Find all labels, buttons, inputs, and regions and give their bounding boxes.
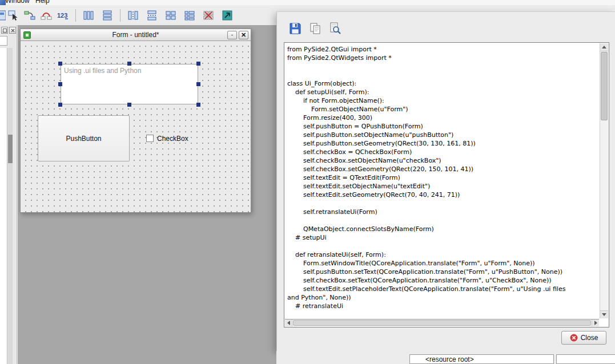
- form-canvas[interactable]: Using .ui files and Python PushButton Ch…: [21, 41, 251, 212]
- textedit-placeholder: Using .ui files and Python: [61, 64, 198, 77]
- clipped-icon: [0, 10, 6, 21]
- scroll-left-button[interactable]: [285, 319, 292, 326]
- break-layout-button[interactable]: [201, 8, 216, 23]
- widget-box-panel: [0, 25, 17, 364]
- find-button[interactable]: [327, 21, 343, 37]
- menubar: Window Help: [0, 0, 615, 5]
- widget-box-scrollbar[interactable]: [8, 48, 13, 364]
- menu-window[interactable]: Window: [5, 0, 30, 5]
- scrollbar-thumb[interactable]: [8, 135, 13, 163]
- edit-widgets-button[interactable]: [6, 8, 21, 23]
- right-arrow-icon: [594, 321, 597, 325]
- break-layout-icon: [203, 10, 214, 21]
- widget-list[interactable]: [0, 48, 7, 364]
- down-arrow-icon: [602, 313, 606, 316]
- dock-close-button[interactable]: [9, 27, 16, 34]
- scrollbar-thumb[interactable]: [293, 320, 591, 326]
- code-preview-dialog: from PySide2.QtGui import * from PySide2…: [276, 11, 615, 351]
- code-view[interactable]: from PySide2.QtGui import * from PySide2…: [284, 42, 609, 327]
- close-button-icon: [570, 334, 578, 342]
- widget-filter-input[interactable]: [0, 36, 7, 46]
- checkbox-indicator[interactable]: [146, 135, 154, 142]
- edit-signals-slots-icon: [24, 10, 35, 21]
- layout-splitter-vertical-button[interactable]: [144, 8, 159, 23]
- scrollbar-thumb[interactable]: [601, 52, 608, 120]
- checkbox-label: CheckBox: [157, 135, 188, 143]
- edit-buddies-icon: [41, 10, 52, 21]
- selection-handle[interactable]: [196, 82, 200, 86]
- scroll-up-button[interactable]: [600, 43, 608, 51]
- layout-horizontal-button[interactable]: [81, 8, 96, 23]
- layout-splitter-horizontal-button[interactable]: [126, 8, 140, 23]
- selection-handle[interactable]: [196, 62, 200, 66]
- find-icon: [328, 22, 342, 35]
- form-window-titlebar[interactable]: Form - untitled* - ✕: [21, 29, 251, 41]
- edit-buddies-button[interactable]: [39, 8, 54, 23]
- code-lines: from PySide2.QtGui import * from PySide2…: [285, 43, 599, 310]
- close-dock-icon: [11, 29, 15, 33]
- pushbutton-widget[interactable]: PushButton: [38, 115, 130, 161]
- selection-handle[interactable]: [127, 62, 131, 66]
- resource-tree-panel[interactable]: <resource root>: [409, 354, 554, 364]
- left-arrow-icon: [287, 321, 290, 325]
- horizontal-scrollbar[interactable]: [285, 319, 599, 326]
- vertical-scrollbar[interactable]: [600, 43, 608, 318]
- selection-handle[interactable]: [196, 103, 200, 107]
- selection-handle[interactable]: [58, 103, 62, 107]
- layout-form-icon: [184, 10, 195, 21]
- layout-grid-icon: [165, 10, 176, 21]
- dialog-toolbar: [287, 21, 343, 37]
- selection-handle[interactable]: [127, 103, 131, 107]
- textedit-widget[interactable]: Using .ui files and Python: [61, 64, 198, 104]
- resource-browser-strip: <resource root>: [276, 351, 615, 364]
- selection-handle[interactable]: [58, 82, 62, 86]
- menu-help[interactable]: Help: [35, 0, 50, 5]
- edit-tab-order-icon: 123: [57, 10, 69, 21]
- float-icon: [3, 29, 7, 33]
- edit-signals-slots-button[interactable]: [22, 8, 37, 23]
- layout-vertical-button[interactable]: [100, 8, 115, 23]
- copy-button[interactable]: [307, 21, 323, 37]
- scroll-right-button[interactable]: [592, 319, 599, 326]
- toolbar-separator: [120, 9, 120, 22]
- layout-horizontal-icon: [83, 10, 94, 21]
- adjust-size-button[interactable]: [220, 8, 235, 23]
- copy-icon: [308, 22, 322, 35]
- resource-list-panel[interactable]: [556, 354, 615, 364]
- edit-tab-order-button[interactable]: 123: [55, 8, 70, 23]
- up-arrow-icon: [602, 46, 606, 48]
- save-icon: [288, 22, 302, 35]
- layout-vertical-icon: [102, 10, 113, 21]
- minimize-button[interactable]: -: [227, 31, 237, 39]
- adjust-size-icon: [221, 9, 234, 22]
- save-button[interactable]: [287, 21, 303, 37]
- resource-root-item[interactable]: <resource root>: [410, 355, 474, 363]
- svg-text:123: 123: [57, 12, 67, 19]
- close-button-label: Close: [581, 334, 598, 342]
- close-button[interactable]: Close: [561, 331, 606, 345]
- mdi-area: Form - untitled* - ✕ Using .ui files and…: [18, 25, 276, 364]
- layout-form-button[interactable]: [182, 8, 197, 23]
- layout-splitter-vertical-icon: [146, 10, 158, 21]
- selection-handle[interactable]: [58, 62, 62, 66]
- form-window-title: Form - untitled*: [21, 31, 251, 39]
- close-window-button[interactable]: ✕: [239, 31, 248, 39]
- checkbox-widget[interactable]: CheckBox: [146, 127, 204, 150]
- clipped-toolbar-button[interactable]: [0, 8, 6, 23]
- dock-float-button[interactable]: [1, 27, 8, 34]
- toolbar-separator: [75, 9, 76, 22]
- scroll-down-button[interactable]: [600, 310, 608, 318]
- code-text[interactable]: from PySide2.QtGui import * from PySide2…: [285, 43, 599, 318]
- form-window: Form - untitled* - ✕ Using .ui files and…: [20, 29, 251, 213]
- layout-splitter-horizontal-icon: [127, 10, 139, 21]
- edit-widgets-icon: [7, 10, 19, 21]
- layout-grid-button[interactable]: [163, 8, 178, 23]
